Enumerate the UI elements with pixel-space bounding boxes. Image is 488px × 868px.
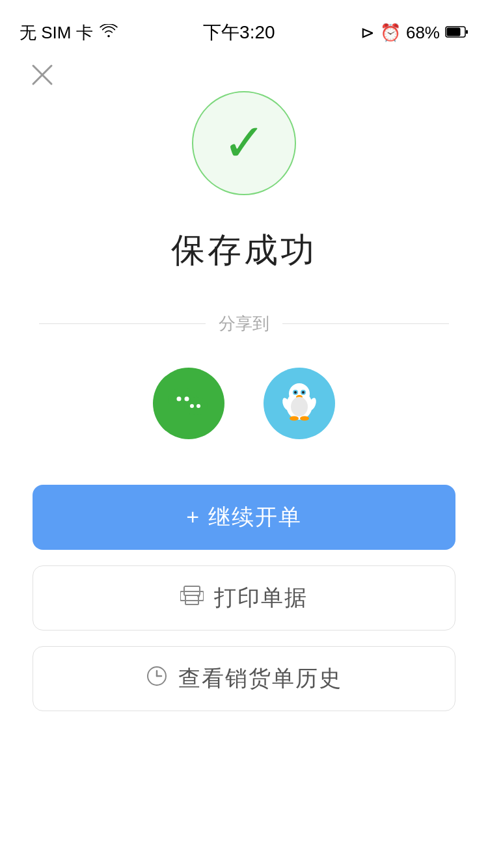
svg-point-8: [185, 397, 189, 401]
qq-share-button[interactable]: [264, 368, 335, 439]
svg-rect-2: [466, 30, 468, 34]
view-history-label: 查看销货单历史: [178, 664, 342, 694]
status-time: 下午3:20: [203, 20, 275, 45]
close-button[interactable]: [26, 59, 59, 91]
print-icon: [180, 585, 204, 611]
svg-rect-1: [447, 27, 461, 36]
share-icons: [153, 368, 335, 439]
battery-icon: [445, 23, 468, 43]
print-receipt-label: 打印单据: [214, 583, 308, 613]
svg-point-7: [177, 397, 182, 401]
divider-line-right: [282, 323, 449, 324]
svg-point-16: [302, 391, 305, 394]
svg-point-15: [294, 391, 297, 394]
carrier-text: 无 SIM 卡: [20, 21, 93, 44]
svg-point-18: [290, 416, 299, 421]
success-circle: ✓: [192, 91, 296, 195]
checkmark-icon: ✓: [223, 117, 266, 169]
status-right: ⊳ ⏰ 68%: [360, 23, 468, 43]
continue-order-label: + 继续开单: [186, 502, 301, 532]
svg-point-26: [197, 595, 200, 597]
status-left: 无 SIM 卡: [20, 21, 118, 44]
svg-point-19: [300, 416, 309, 421]
location-icon: ⊳: [360, 23, 375, 43]
history-icon: [146, 665, 168, 692]
main-content: ✓ 保存成功 分享到: [0, 52, 488, 711]
battery-text: 68%: [406, 23, 440, 43]
divider-line-left: [39, 323, 206, 324]
share-label: 分享到: [206, 312, 282, 335]
print-receipt-button[interactable]: 打印单据: [33, 565, 455, 631]
action-buttons: + 继续开单 打印单据 查看销货单历史: [0, 485, 488, 711]
continue-order-button[interactable]: + 继续开单: [33, 485, 455, 550]
svg-point-9: [190, 404, 194, 408]
wifi-icon: [100, 23, 118, 43]
status-bar: 无 SIM 卡 下午3:20 ⊳ ⏰ 68%: [0, 0, 488, 52]
svg-point-10: [197, 404, 200, 408]
alarm-icon: ⏰: [380, 23, 401, 43]
svg-point-20: [291, 397, 308, 416]
view-history-button[interactable]: 查看销货单历史: [33, 646, 455, 711]
wechat-share-button[interactable]: [153, 368, 224, 439]
success-title: 保存成功: [171, 228, 317, 273]
share-divider: 分享到: [0, 312, 488, 335]
